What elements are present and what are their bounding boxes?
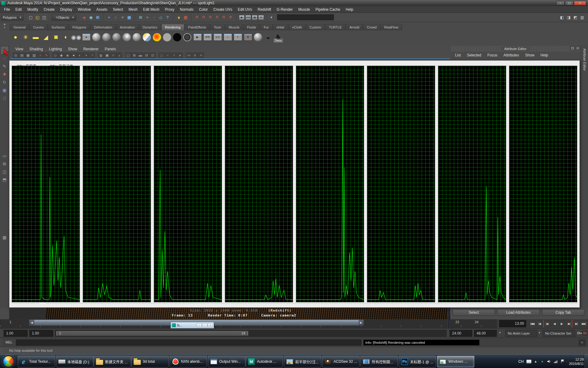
default-material-icon[interactable]: ◍ bbox=[98, 52, 104, 58]
snap-grid-icon[interactable]: ⊞ bbox=[138, 14, 144, 21]
image-plane-icon[interactable]: ▧ bbox=[31, 52, 37, 58]
row-grip[interactable] bbox=[0, 329, 3, 337]
character-set-dropdown[interactable]: No Character Set bbox=[543, 330, 575, 337]
textured-mode-icon[interactable]: ◈ bbox=[65, 52, 70, 58]
chevron-down-icon[interactable]: ▼ bbox=[499, 331, 501, 334]
close-button[interactable]: × bbox=[574, 1, 586, 6]
animation-end-field[interactable]: 48.00 bbox=[474, 330, 497, 337]
area-light-icon[interactable]: ▬ bbox=[31, 32, 41, 43]
paint-effects-pot-icon[interactable]: ◒ bbox=[263, 32, 273, 43]
menu-proxy[interactable]: Proxy bbox=[162, 6, 177, 13]
highlight-point-icon[interactable]: + bbox=[106, 14, 112, 21]
menu-g-render[interactable]: G-Render bbox=[274, 6, 296, 13]
toggle-attribute-editor-icon[interactable]: ◨ bbox=[566, 14, 572, 21]
shelf-tab-curves[interactable]: Curves bbox=[29, 24, 47, 30]
toggle-channel-box-icon[interactable]: ▥ bbox=[579, 14, 585, 21]
menu-create[interactable]: Create bbox=[41, 6, 57, 13]
use-background-ball-icon[interactable] bbox=[162, 32, 172, 43]
shading-map-ball-icon[interactable] bbox=[152, 32, 162, 43]
command-line-language-toggle[interactable]: MEL bbox=[6, 340, 13, 344]
shelf-tab-general[interactable]: General bbox=[10, 24, 29, 30]
shelf-tab-fur[interactable]: Fur bbox=[260, 24, 273, 30]
animation-start-field[interactable]: 1.00 bbox=[4, 330, 28, 337]
shelf-tab-ncloth[interactable]: nCloth bbox=[288, 24, 306, 30]
menu-normals[interactable]: Normals bbox=[177, 6, 196, 13]
snap-magnet-2-icon[interactable]: ∪ bbox=[201, 14, 207, 21]
toggle-tool-settings-icon[interactable]: ◩ bbox=[572, 14, 579, 21]
grease-pencil-icon[interactable]: ✎ bbox=[43, 52, 49, 58]
rotate-tool-icon[interactable]: ↻ bbox=[1, 79, 8, 86]
shelf-tab-dynamics[interactable]: Dynamics bbox=[139, 24, 161, 30]
scale-tool-icon[interactable]: ▣ bbox=[1, 86, 8, 94]
shelf-tab-rendering[interactable]: Rendering bbox=[161, 24, 184, 30]
batch-render-window-icon[interactable]: ✓ bbox=[223, 32, 233, 43]
show-desktop-button[interactable] bbox=[584, 354, 588, 368]
taskbar-item-acdsee-32[interactable]: ACDSee 32 ... bbox=[322, 356, 360, 367]
menu-mesh[interactable]: Mesh bbox=[126, 6, 140, 13]
ae-menu-show[interactable]: Show bbox=[522, 52, 537, 58]
menu-edit[interactable]: Edit bbox=[13, 6, 24, 13]
phonge-ball-icon[interactable] bbox=[132, 32, 142, 43]
keyboard-layout-icon[interactable] bbox=[526, 359, 531, 364]
shaded-mode-icon[interactable]: ◆ bbox=[58, 52, 64, 58]
share-icon[interactable]: < bbox=[198, 52, 204, 58]
shelf-tab-nhair[interactable]: nHair bbox=[273, 24, 288, 30]
snap-plane-icon[interactable]: ◇ bbox=[158, 14, 164, 21]
menu-edit-uvs[interactable]: Edit UVs bbox=[235, 6, 255, 13]
persp-outliner-layout-icon[interactable]: ◫ bbox=[1, 168, 8, 175]
point-light-icon[interactable]: ● bbox=[10, 32, 21, 43]
attribute-editor-side-tab[interactable]: Attribute Editor bbox=[581, 45, 588, 308]
phong-ball-icon[interactable] bbox=[122, 32, 132, 43]
light-toggle-icon[interactable]: ○ bbox=[110, 52, 116, 58]
panel-menu-lighting[interactable]: Lighting bbox=[46, 46, 65, 52]
shelf-tab-fluids[interactable]: Fluids bbox=[243, 24, 260, 30]
taskbar-item-2[interactable]: 前半部分2注... bbox=[284, 356, 321, 367]
ae-menu-attributes[interactable]: Attributes bbox=[500, 52, 522, 58]
render-globals-window-icon[interactable]: ⊙⊙ bbox=[213, 32, 223, 43]
xray-icon[interactable]: □ bbox=[159, 52, 164, 58]
mini-minimize-button[interactable]: – bbox=[197, 323, 202, 327]
black-surface-ball-icon[interactable] bbox=[172, 32, 182, 43]
shadows-icon[interactable]: ◐ bbox=[77, 52, 83, 58]
lock-selection-icon[interactable]: ∎ bbox=[176, 14, 182, 21]
clock[interactable]: 12:28 2015/8/11 bbox=[569, 357, 584, 366]
select-objects-icon[interactable]: ◉ bbox=[88, 14, 94, 21]
highlight-on-icon[interactable]: ▣ bbox=[126, 14, 132, 21]
shelf-tab-arnold[interactable]: Arnold bbox=[346, 24, 363, 30]
ramp-shader-ball-icon[interactable] bbox=[142, 32, 152, 43]
shelf-menu-arrows[interactable]: ▼≡ bbox=[1, 23, 8, 29]
taskbar-item-total-textur[interactable]: eTotal Textur... bbox=[18, 356, 55, 367]
script-editor-button[interactable]: ≡ bbox=[579, 339, 586, 346]
highlight-hull-icon[interactable]: ◌ bbox=[113, 14, 119, 21]
ambient-light-icon[interactable]: ◐ bbox=[61, 32, 71, 43]
menu-muscle[interactable]: Muscle bbox=[296, 6, 313, 13]
minimize-button[interactable]: ─ bbox=[556, 1, 565, 6]
render-settings-icon[interactable]: ⚙ bbox=[258, 15, 264, 20]
anim-layer-dropdown[interactable]: No Anim Layer bbox=[505, 330, 537, 337]
selection-mode-dropdown[interactable]: ⇅Objects▼ bbox=[51, 14, 76, 21]
menu-edit-mesh[interactable]: Edit Mesh bbox=[140, 6, 162, 13]
shelf-tab-toon[interactable]: Toon bbox=[210, 24, 225, 30]
snap-magnet-4-icon[interactable]: ∪ bbox=[214, 14, 220, 21]
taskbar-item-3d-total[interactable]: 3d total bbox=[131, 356, 169, 367]
menu-set-dropdown[interactable]: Polygons▼ bbox=[1, 14, 24, 21]
field-chart-icon[interactable]: ⊞ bbox=[131, 52, 137, 58]
hidden-icons-arrow[interactable]: ▲ bbox=[533, 359, 538, 364]
gamma-icon[interactable]: ◕ bbox=[177, 52, 183, 58]
camera-attributes-icon[interactable]: ▤ bbox=[19, 52, 25, 58]
menu-modify[interactable]: Modify bbox=[24, 6, 41, 13]
snap-point-icon[interactable]: ∙ bbox=[151, 14, 157, 21]
title-bar[interactable]: Autodesk Maya 2014: N:\Project_work\Shen… bbox=[0, 0, 588, 6]
snap-magnet-5-icon[interactable]: ∪ bbox=[221, 14, 227, 21]
hypershade-layout-icon[interactable]: ⬒ bbox=[1, 176, 8, 183]
panel-menu-panels[interactable]: Panels bbox=[102, 46, 119, 52]
action-center-flag-icon[interactable] bbox=[560, 359, 565, 364]
hypershade-window-icon[interactable]: ◓ bbox=[233, 32, 243, 43]
gate-mask-icon[interactable]: ⊟ bbox=[144, 52, 149, 58]
use-all-lights-icon[interactable]: ● bbox=[71, 52, 77, 58]
snap-magnet-3-icon[interactable]: ∪ bbox=[207, 14, 213, 21]
volume-icon[interactable] bbox=[547, 359, 552, 364]
shelf-tab-animation[interactable]: Animation bbox=[116, 24, 139, 30]
ae-menu-help[interactable]: Help bbox=[537, 52, 551, 58]
range-start-handle[interactable] bbox=[56, 331, 58, 336]
